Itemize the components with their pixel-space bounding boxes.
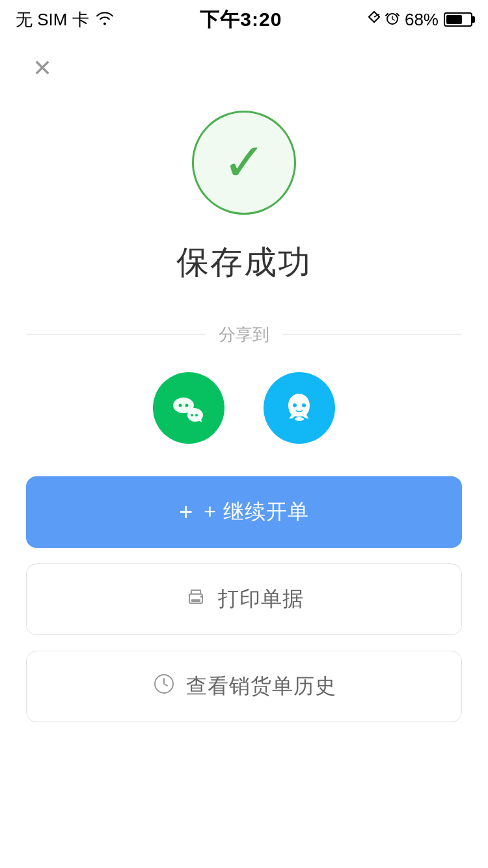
success-title: 保存成功 bbox=[176, 241, 312, 284]
svg-point-2 bbox=[179, 404, 182, 407]
battery-icon bbox=[444, 12, 472, 27]
close-icon: ✕ bbox=[33, 57, 52, 80]
continue-icon: + bbox=[179, 498, 193, 526]
status-time: 下午3:20 bbox=[200, 7, 282, 33]
alarm-icon bbox=[385, 10, 400, 30]
svg-point-6 bbox=[295, 417, 304, 421]
status-left: 无 SIM 卡 bbox=[16, 8, 114, 31]
divider-line-right bbox=[282, 334, 462, 335]
print-icon bbox=[184, 585, 208, 614]
share-icons bbox=[26, 372, 462, 444]
carrier-text: 无 SIM 卡 bbox=[16, 8, 89, 31]
svg-rect-10 bbox=[191, 599, 200, 602]
qq-share-button[interactable] bbox=[264, 372, 335, 444]
wechat-icon bbox=[169, 388, 208, 427]
continue-label: + 继续开单 bbox=[204, 498, 309, 526]
continue-button[interactable]: + + 继续开单 bbox=[26, 476, 462, 548]
svg-point-4 bbox=[191, 414, 193, 416]
close-button[interactable]: ✕ bbox=[26, 52, 59, 85]
history-icon bbox=[152, 672, 176, 701]
share-label: 分享到 bbox=[206, 323, 282, 346]
divider-line-left bbox=[26, 334, 206, 335]
history-button[interactable]: 查看销货单历史 bbox=[26, 651, 462, 722]
print-label: 打印单据 bbox=[218, 585, 304, 614]
status-bar: 无 SIM 卡 下午3:20 68% bbox=[0, 0, 488, 39]
svg-point-3 bbox=[185, 404, 189, 407]
action-buttons: + + 继续开单 打印单据 查看销货单历 bbox=[26, 476, 462, 722]
close-area: ✕ bbox=[0, 39, 488, 98]
qq-icon bbox=[280, 388, 319, 427]
wifi-icon bbox=[96, 10, 114, 30]
svg-point-5 bbox=[195, 414, 198, 416]
status-right: 68% bbox=[368, 10, 472, 30]
location-icon bbox=[368, 10, 380, 30]
checkmark-icon: ✓ bbox=[223, 137, 266, 189]
battery-percentage: 68% bbox=[405, 10, 439, 30]
svg-point-8 bbox=[302, 403, 306, 407]
svg-point-11 bbox=[200, 596, 202, 598]
svg-point-7 bbox=[293, 403, 297, 407]
share-divider: 分享到 bbox=[26, 323, 462, 346]
history-label: 查看销货单历史 bbox=[186, 672, 336, 701]
share-section: 分享到 bbox=[26, 323, 462, 444]
wechat-share-button[interactable] bbox=[153, 372, 224, 444]
print-button[interactable]: 打印单据 bbox=[26, 563, 462, 635]
success-circle: ✓ bbox=[192, 111, 296, 215]
main-content: ✓ 保存成功 分享到 bbox=[0, 98, 488, 868]
